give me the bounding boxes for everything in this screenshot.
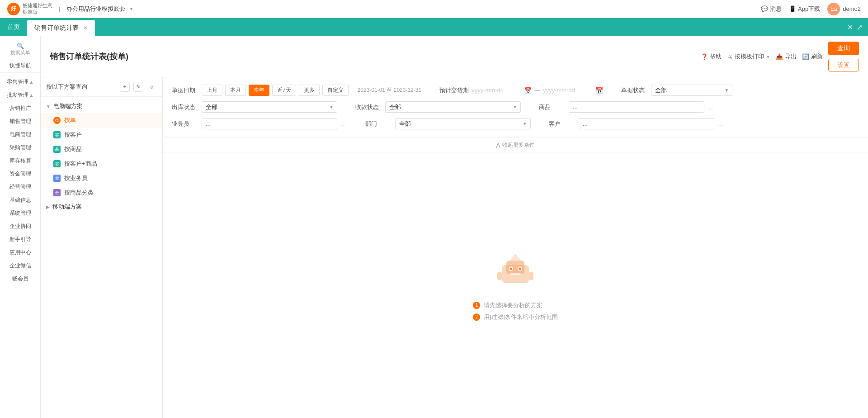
export-button[interactable]: 📤 导出 <box>776 52 797 61</box>
salesperson-more-icon[interactable]: … <box>340 120 347 128</box>
collapse-up-icon: ⋀ <box>496 142 500 148</box>
collapse-text: ⋀ 收起更多条件 <box>496 141 535 149</box>
edit-scheme-button[interactable]: ✎ <box>133 82 143 92</box>
logo-icon: 好 <box>7 3 20 15</box>
customer-input[interactable] <box>579 118 714 129</box>
app-download-button[interactable]: 📱 App下载 <box>789 5 820 13</box>
sidebar-item-retail[interactable]: 零售管理 ▲ <box>5 76 36 89</box>
scheme-item-by-product-cat[interactable]: 分 按商品分类 <box>41 185 162 200</box>
help-button[interactable]: ❓ 帮助 <box>701 52 722 61</box>
order-status-select[interactable]: 全部 待审核 已审核 已完成 已取消 <box>651 85 732 96</box>
scheme-list: ▼ 电脑端方案 按 按单 客 按客户 品 按商品 <box>41 97 162 216</box>
date-btn-last-month[interactable]: 上月 <box>202 85 222 96</box>
department-label: 部门 <box>365 120 392 128</box>
sidebar-item-newbie[interactable]: 新手引导 <box>5 233 36 246</box>
user-profile[interactable]: Ea demo2 <box>827 3 861 15</box>
query-button[interactable]: 查询 <box>828 42 859 55</box>
sidebar-quick-nav[interactable]: 快捷导航 <box>0 59 40 73</box>
scheme-item-by-order[interactable]: 按 按单 <box>41 113 162 128</box>
sidebar-item-purchase[interactable]: 采购管理 <box>5 141 36 154</box>
download-icon: 📱 <box>789 5 796 12</box>
order-status-label: 单据状态 <box>621 86 648 95</box>
scheme-item-by-product[interactable]: 品 按商品 <box>41 142 162 157</box>
scheme-item-by-cust-prod[interactable]: 客 按客户+商品 <box>41 157 162 171</box>
date-btn-this-year[interactable]: 本年 <box>249 85 269 96</box>
calendar-to-icon[interactable]: 📅 <box>595 87 603 94</box>
search-icon: 🔍 <box>17 43 24 49</box>
print-dropdown-icon[interactable]: ▼ <box>766 54 770 59</box>
scheme-item-by-salesperson[interactable]: 业 按业务员 <box>41 171 162 185</box>
expected-delivery-label: 预计交货期 <box>439 86 469 95</box>
tab-close-icon[interactable]: ✕ <box>83 25 88 31</box>
svg-point-4 <box>510 267 512 270</box>
date-btn-this-month[interactable]: 本月 <box>225 85 246 96</box>
filter-payment-status: 收款状态 全部 ▼ <box>355 101 521 113</box>
payment-status-select[interactable]: 全部 <box>385 101 521 113</box>
sidebar-search[interactable]: 🔍 搜索菜单 <box>0 40 40 59</box>
tab-home[interactable]: 首页 <box>0 18 27 36</box>
date-from-input[interactable]: yyyy-mm-dd <box>472 87 521 94</box>
scheme-item-by-customer[interactable]: 客 按客户 <box>41 128 162 142</box>
top-dropdown-icon[interactable]: ▼ <box>129 6 133 11</box>
sidebar-item-system[interactable]: 系统管理 <box>5 207 36 220</box>
logo-area: 好 畅捷通好生意 标准版 <box>7 3 52 15</box>
message-button[interactable]: 💬 消息 <box>761 5 782 13</box>
sidebar-item-wholesale[interactable]: 批发管理 ▲ <box>5 89 36 102</box>
sidebar-item-enterprise[interactable]: 企业协同 <box>5 220 36 233</box>
tab-restore-icon[interactable]: ⤢ <box>857 23 863 32</box>
empty-state: 1 请先选择要分析的方案 2 用[过滤]条件来缩小分析范围 <box>163 153 868 418</box>
scheme-group-desktop-header[interactable]: ▼ 电脑端方案 <box>41 100 162 113</box>
order-status-select-wrap: 全部 待审核 已审核 已完成 已取消 ▼ <box>651 85 732 96</box>
department-select-wrap: 全部 ▼ <box>395 118 531 129</box>
calendar-from-icon[interactable]: 📅 <box>524 87 532 94</box>
left-panel-header: 按以下方案查询 + ✎ « <box>41 77 162 97</box>
filter-row-2: 出库状态 全部 ▼ 收款状态 <box>172 101 859 113</box>
sidebar-item-inventory[interactable]: 库存核算 <box>5 154 36 167</box>
sidebar-item-basic[interactable]: 基础信息 <box>5 194 36 207</box>
sidebar-item-sales[interactable]: 销售管理 <box>5 115 36 128</box>
refresh-button[interactable]: 🔄 刷新 <box>802 52 823 61</box>
sidebar-item-finance[interactable]: 资金管理 <box>5 167 36 180</box>
salesperson-input[interactable] <box>202 118 337 129</box>
sidebar-item-ecommerce[interactable]: 电商管理 <box>5 128 36 141</box>
product-input[interactable] <box>569 101 704 113</box>
scheme-group-mobile-header[interactable]: ▶ 移动端方案 <box>41 200 162 214</box>
page-header-actions: ❓ 帮助 🖨 按模板打印 ▼ 📤 导出 🔄 刷新 查询 <box>701 42 859 71</box>
ship-status-label: 出库状态 <box>172 103 199 111</box>
empty-state-icon <box>493 247 538 292</box>
right-content: 单据日期 上月 本月 本年 近7天 更多 自定义 2023-01-01 至 20… <box>163 77 868 418</box>
collapse-bar[interactable]: ⋀ 收起更多条件 <box>163 137 868 152</box>
salesperson-label: 业务员 <box>172 120 199 128</box>
sidebar-item-wechat[interactable]: 企业微信 <box>5 259 36 272</box>
group-arrow-icon: ▼ <box>46 104 51 109</box>
add-scheme-button[interactable]: + <box>120 82 130 92</box>
setting-button[interactable]: 设置 <box>828 59 859 71</box>
top-bar-title: 办公用品行业模拟账套 <box>66 5 125 13</box>
scheme-icon-bar: 业 <box>53 175 61 182</box>
sidebar-item-marketing[interactable]: 营销推广 <box>5 102 36 115</box>
tab-sales-order-stats[interactable]: 销售订单统计表 ✕ <box>27 20 95 36</box>
query-setting-btns: 查询 设置 <box>828 42 859 71</box>
scheme-group-desktop: ▼ 电脑端方案 按 按单 客 按客户 品 按商品 <box>41 100 162 200</box>
sidebar-item-operation[interactable]: 经营管理 <box>5 180 36 194</box>
date-btn-last-7[interactable]: 近7天 <box>272 85 296 96</box>
avatar: Ea <box>827 3 840 15</box>
collapse-panel-button[interactable]: « <box>147 82 157 92</box>
logo-text: 畅捷通好生意 标准版 <box>23 3 52 14</box>
empty-hints: 1 请先选择要分析的方案 2 用[过滤]条件来缩小分析范围 <box>473 301 557 325</box>
left-panel-icons: + ✎ « <box>120 82 157 92</box>
date-to-input[interactable]: yyyy-mm-dd <box>543 87 593 94</box>
ship-status-select[interactable]: 全部 <box>202 101 337 113</box>
sidebar-item-member[interactable]: 畅会员 <box>5 272 36 285</box>
product-more-icon[interactable]: … <box>707 103 714 111</box>
print-button[interactable]: 🖨 按模板打印 ▼ <box>727 52 770 61</box>
department-select[interactable]: 全部 <box>395 118 531 129</box>
scheme-icon-table: 分 <box>53 189 61 196</box>
chevron-icon: ▲ <box>29 93 34 98</box>
date-btn-more[interactable]: 更多 <box>299 85 320 96</box>
sidebar-item-appstore[interactable]: 应用中心 <box>5 246 36 259</box>
date-btn-custom[interactable]: 自定义 <box>322 85 349 96</box>
tab-close-window-icon[interactable]: ✕ <box>847 23 853 32</box>
customer-more-icon[interactable]: … <box>717 120 724 128</box>
print-icon: 🖨 <box>727 53 733 60</box>
